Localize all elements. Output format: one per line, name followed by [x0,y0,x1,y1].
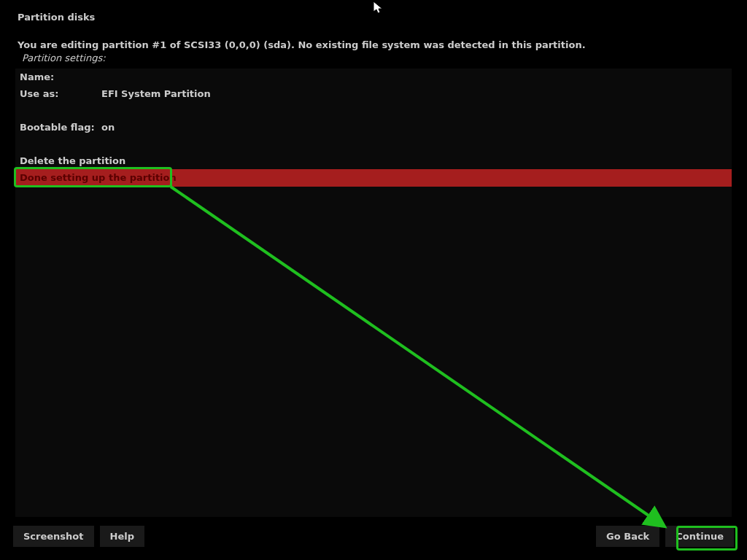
done-setting-up-row[interactable]: Done setting up the partition [15,169,732,187]
go-back-button[interactable]: Go Back [596,526,659,547]
spacer [15,136,732,152]
settings-panel: Name: Use as: EFI System Partition Boota… [15,69,732,517]
bootable-flag-value: on [101,122,115,133]
bootable-flag-label: Bootable flag: [20,122,101,133]
footer-bar: Screenshot Help Go Back Continue [13,526,734,547]
delete-partition-row[interactable]: Delete the partition [15,152,732,168]
partition-settings-heading: Partition settings: [22,52,106,63]
use-as-value: EFI System Partition [101,88,211,99]
help-button[interactable]: Help [100,526,144,547]
spacer [15,102,732,119]
page-title: Partition disks [18,12,95,23]
use-as-label: Use as: [20,88,101,99]
bootable-flag-row[interactable]: Bootable flag: on [15,119,732,136]
instruction-text: You are editing partition #1 of SCSI33 (… [18,39,586,50]
screenshot-button[interactable]: Screenshot [13,526,94,547]
cursor-icon [374,1,384,15]
done-setting-up-label: Done setting up the partition [20,172,177,183]
name-row[interactable]: Name: [15,69,732,85]
continue-button[interactable]: Continue [665,526,734,547]
delete-partition-label: Delete the partition [20,155,125,166]
name-label: Name: [20,71,101,82]
use-as-row[interactable]: Use as: EFI System Partition [15,85,732,102]
